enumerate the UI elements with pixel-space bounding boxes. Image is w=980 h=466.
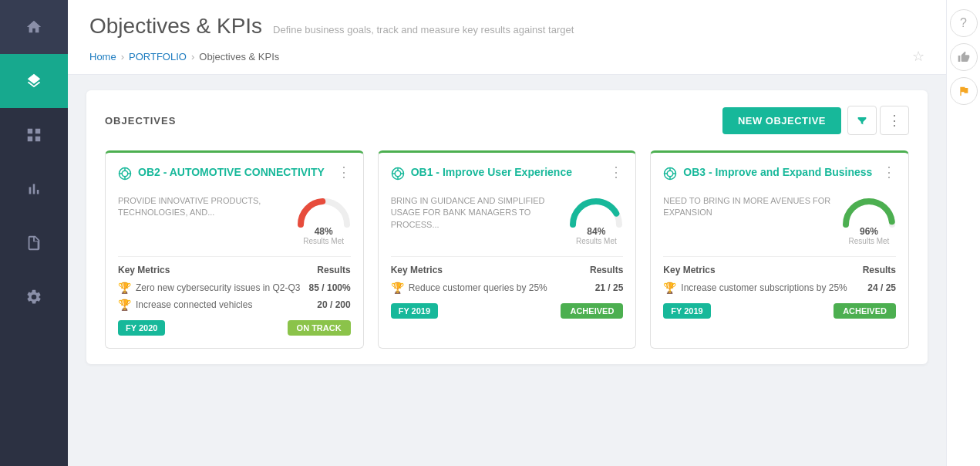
gauge-label-ob1: 84% <box>587 226 605 237</box>
metric-text-ob1-1: Reduce customer queries by 25% <box>409 282 591 293</box>
trophy-icon: 🏆 <box>663 282 676 294</box>
card-menu-ob2[interactable]: ⋮ <box>337 165 351 179</box>
metric-result-ob2-2: 20 / 200 <box>317 299 350 310</box>
gauge-label-ob3: 96% <box>860 226 878 237</box>
card-footer-ob3: FY 2019 ACHEIVED <box>663 303 896 319</box>
metric-text-ob3-1: Increase customer subscriptions by 25% <box>681 282 863 293</box>
page-subtitle: Define business goals, track and measure… <box>273 24 574 35</box>
status-badge-ob1: ACHEIVED <box>561 303 623 319</box>
card-footer-ob1: FY 2019 ACHEIVED <box>391 303 624 319</box>
page-title: Objectives & KPIs <box>89 14 262 39</box>
breadcrumb-home[interactable]: Home <box>89 51 116 62</box>
metric-text-ob2-1: Zero new cybersecurity issues in Q2-Q3 <box>136 282 305 293</box>
star-icon[interactable]: ☆ <box>912 48 924 65</box>
card-menu-ob1[interactable]: ⋮ <box>609 165 623 179</box>
metrics-header-right-ob1: Results <box>590 265 623 275</box>
objective-card-ob3: OB3 - Improve and Expand Business ⋮ Need… <box>650 150 909 349</box>
sidebar-item-home[interactable] <box>0 0 68 54</box>
new-objective-button[interactable]: NEW OBJECTIVE <box>722 107 841 134</box>
card-title-ob3: OB3 - Improve and Expand Business <box>683 165 882 179</box>
metric-row: 🏆 Increase connected vehicles 20 / 200 <box>118 299 351 311</box>
metric-result-ob1-1: 21 / 25 <box>595 282 624 293</box>
sidebar-item-document[interactable] <box>0 216 68 270</box>
svg-point-13 <box>668 171 674 177</box>
metrics-header-right-ob3: Results <box>863 265 896 275</box>
year-badge-ob3: FY 2019 <box>663 303 710 319</box>
right-panel: ? <box>946 0 980 466</box>
svg-point-1 <box>122 171 128 177</box>
status-badge-ob2: ON TRACK <box>288 320 351 336</box>
gauge-ob1: 84% Results Met <box>569 195 623 245</box>
metrics-header-right-ob2: Results <box>317 265 350 275</box>
help-icon-button[interactable]: ? <box>950 9 978 37</box>
metric-result-ob3-1: 24 / 25 <box>867 282 896 293</box>
metrics-header-left-ob1: Key Metrics <box>391 265 443 275</box>
status-badge-ob3: ACHEIVED <box>834 303 896 319</box>
gauge-ob3: 96% Results Met <box>842 195 896 245</box>
trophy-icon: 🏆 <box>118 282 131 294</box>
more-options-button[interactable]: ⋮ <box>880 106 909 135</box>
objective-crosshair-icon <box>391 167 405 184</box>
metric-result-ob2-1: 85 / 100% <box>309 282 351 293</box>
breadcrumb-portfolio[interactable]: PORTFOLIO <box>129 51 187 62</box>
breadcrumb-current: Objectives & KPIs <box>199 51 279 62</box>
metrics-header-left-ob3: Key Metrics <box>663 265 715 275</box>
sidebar-item-layers[interactable] <box>0 54 68 108</box>
filter-button[interactable] <box>847 106 877 135</box>
card-title-ob1: OB1 - Improve User Experience <box>411 165 610 179</box>
objective-crosshair-icon <box>663 167 677 184</box>
sidebar-item-chart[interactable] <box>0 162 68 216</box>
card-desc-ob3: Need to bring in more avenues for expans… <box>663 195 834 219</box>
gauge-sub-ob3: Results Met <box>849 237 890 245</box>
year-badge-ob2: FY 2020 <box>118 320 165 336</box>
objective-card-ob2: OB2 - AUTOMOTIVE CONNECTIVITY ⋮ PROVIDE … <box>105 150 364 349</box>
main-content: Objectives & KPIs Define business goals,… <box>68 0 946 466</box>
thumbs-up-icon-button[interactable] <box>950 43 978 71</box>
objective-crosshair-icon <box>118 167 132 184</box>
metric-row: 🏆 Reduce customer queries by 25% 21 / 25 <box>391 282 624 294</box>
breadcrumb-sep-1: › <box>121 51 124 62</box>
year-badge-ob1: FY 2019 <box>391 303 438 319</box>
page-header: Objectives & KPIs Define business goals,… <box>68 0 946 75</box>
metric-row: 🏆 Increase customer subscriptions by 25%… <box>663 282 896 294</box>
sidebar <box>0 0 68 466</box>
objectives-panel: OBJECTIVES NEW OBJECTIVE ⋮ OB2 - AUTOMOT… <box>86 90 928 364</box>
gauge-ob2: 48% Results Met <box>297 195 351 245</box>
content-area: OBJECTIVES NEW OBJECTIVE ⋮ OB2 - AUTOMOT… <box>68 75 946 466</box>
objectives-toolbar: OBJECTIVES NEW OBJECTIVE ⋮ <box>105 106 909 135</box>
flag-icon-button[interactable] <box>950 77 978 105</box>
breadcrumb-sep-2: › <box>191 51 194 62</box>
card-menu-ob3[interactable]: ⋮ <box>882 165 896 179</box>
trophy-icon: 🏆 <box>391 282 404 294</box>
objective-card-ob1: OB1 - Improve User Experience ⋮ Bring in… <box>378 150 637 349</box>
svg-point-7 <box>395 171 401 177</box>
trophy-icon: 🏆 <box>118 299 131 311</box>
gauge-label-ob2: 48% <box>315 226 333 237</box>
card-footer-ob2: FY 2020 ON TRACK <box>118 320 351 336</box>
sidebar-item-settings[interactable] <box>0 270 68 324</box>
metric-row: 🏆 Zero new cybersecurity issues in Q2-Q3… <box>118 282 351 294</box>
breadcrumb: Home › PORTFOLIO › Objectives & KPIs ☆ <box>89 48 924 74</box>
card-desc-ob2: PROVIDE INNOVATIVE PRODUCTS, TECHNOLOGIE… <box>118 195 289 219</box>
card-desc-ob1: Bring in guidance and simplified usage f… <box>391 195 562 231</box>
gauge-sub-ob1: Results Met <box>576 237 617 245</box>
sidebar-item-grid[interactable] <box>0 108 68 162</box>
metrics-header-left-ob2: Key Metrics <box>118 265 170 275</box>
gauge-sub-ob2: Results Met <box>303 237 344 245</box>
metric-text-ob2-2: Increase connected vehicles <box>136 299 312 310</box>
cards-container: OB2 - AUTOMOTIVE CONNECTIVITY ⋮ PROVIDE … <box>105 150 909 349</box>
objectives-section-title: OBJECTIVES <box>105 115 722 127</box>
card-title-ob2: OB2 - AUTOMOTIVE CONNECTIVITY <box>138 165 337 179</box>
